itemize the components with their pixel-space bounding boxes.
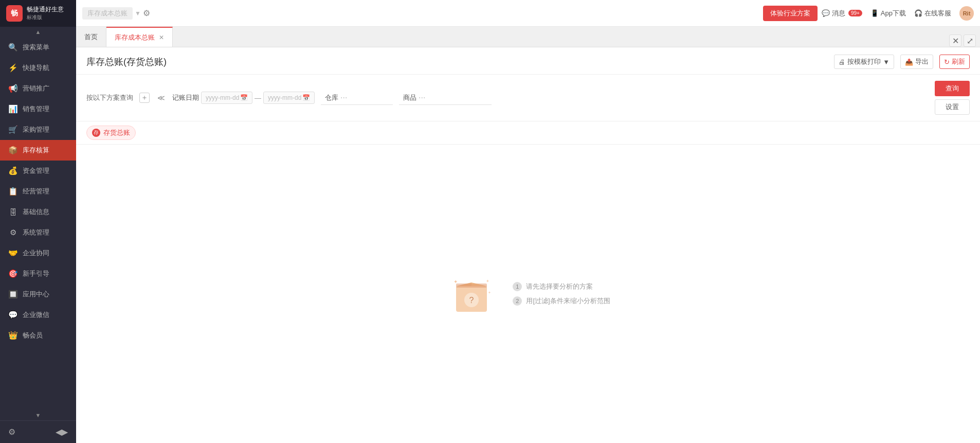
- basic-icon: 🗄: [8, 207, 17, 217]
- sidebar-item-label: 采购管理: [23, 125, 49, 134]
- panel-ctrl-btns: ✕ ⤢: [945, 34, 980, 47]
- message-icon: 💬: [822, 9, 830, 17]
- refresh-label: 刷新: [952, 57, 965, 66]
- empty-tip-1: 1 请先选择要分析的方案: [513, 282, 610, 291]
- support-label: 在线客服: [924, 9, 951, 18]
- avatar[interactable]: Rit: [959, 6, 974, 21]
- shortcut-icon: ⚡: [8, 63, 17, 73]
- filter-buttons: 查询 设置: [935, 81, 970, 115]
- query-btn[interactable]: 查询: [935, 81, 970, 96]
- sidebar-item-marketing[interactable]: 📢 营销推广: [0, 78, 76, 99]
- tab-inventory-label: 库存成本总账: [115, 33, 155, 42]
- sidebar-item-member[interactable]: 👑 畅会员: [0, 325, 76, 346]
- sidebar-item-shortcut[interactable]: ⚡ 快捷导航: [0, 58, 76, 78]
- sidebar-item-label: 企业微信: [23, 310, 49, 320]
- industry-btn[interactable]: 体验行业方案: [763, 6, 818, 21]
- sidebar-item-label: 新手引导: [23, 269, 49, 278]
- print-dropdown-icon: ▼: [883, 58, 890, 66]
- settings-gear-icon[interactable]: ⚙: [143, 8, 150, 18]
- sidebar-item-label: 系统管理: [23, 228, 49, 237]
- marketing-icon: 📢: [8, 84, 17, 93]
- date-to-input[interactable]: yyyy-mm-dd 📅: [263, 92, 315, 104]
- app-download-label: App下载: [881, 9, 906, 18]
- sidebar-item-business[interactable]: 📋 经营管理: [0, 181, 76, 202]
- sidebar-item-label: 经营管理: [23, 187, 49, 196]
- scheme-item[interactable]: 存 存货总账: [86, 126, 136, 140]
- sidebar-item-label: 快捷导航: [23, 63, 49, 73]
- tab-home[interactable]: 首页: [76, 27, 106, 47]
- sidebar-item-label: 应用中心: [23, 290, 49, 299]
- date-input-group: 记账日期 yyyy-mm-dd 📅 — yyyy-mm-dd 📅: [172, 92, 315, 104]
- settings-btn[interactable]: 设置: [935, 99, 970, 115]
- svg-text:?: ?: [469, 296, 474, 305]
- tip-num-1: 1: [513, 282, 522, 291]
- sidebar-scroll-down[interactable]: ▼: [0, 410, 76, 420]
- tip-text-1: 请先选择要分析的方案: [526, 282, 593, 291]
- filter-scheme-label: 按以下方案查询: [86, 93, 133, 102]
- topbar: 库存成本总账 ▼ ⚙ 体验行业方案 💬 消息 99+ 📱 App下载 🎧 在线客…: [76, 0, 980, 27]
- sidebar-item-guide[interactable]: 🎯 新手引导: [0, 263, 76, 284]
- filter-collapse-btn[interactable]: ≪: [156, 93, 166, 103]
- sidebar-item-cooperation[interactable]: 🤝 企业协同: [0, 243, 76, 263]
- scheme-icon-char: 存: [94, 129, 99, 136]
- business-icon: 📋: [8, 187, 17, 196]
- product-field[interactable]: 商品 ···: [399, 91, 492, 105]
- warehouse-label: 仓库: [325, 93, 338, 102]
- sidebar-item-search[interactable]: 🔍 搜索菜单: [0, 37, 76, 58]
- panel-expand-btn[interactable]: ⤢: [964, 34, 976, 47]
- cooperation-icon: 🤝: [8, 249, 17, 258]
- empty-tip-2: 2 用[过滤]条件来缩小分析范围: [513, 296, 610, 306]
- warehouse-more-icon[interactable]: ···: [340, 93, 347, 102]
- sidebar-footer: ⚙ ◀▶: [0, 420, 76, 443]
- sidebar-item-label: 搜索菜单: [23, 43, 49, 52]
- logo-brand: 畅捷通好生意: [27, 6, 64, 14]
- empty-tips: 1 请先选择要分析的方案 2 用[过滤]条件来缩小分析范围: [513, 282, 610, 306]
- app-icon: 📱: [870, 9, 879, 17]
- sales-icon: 📊: [8, 104, 17, 114]
- sidebar-item-system[interactable]: ⚙ 系统管理: [0, 222, 76, 243]
- filter-add-btn[interactable]: ＋: [139, 93, 150, 103]
- sidebar-nav: 🔍 搜索菜单 ⚡ 快捷导航 📢 营销推广 📊 销售管理 🛒 采购管理 📦 库存核…: [0, 37, 76, 410]
- wechat-icon: 💬: [8, 310, 17, 320]
- footer-settings-icon[interactable]: ⚙: [8, 427, 15, 437]
- sidebar-item-label: 营销推广: [23, 84, 49, 93]
- svg-text:✦: ✦: [488, 291, 491, 294]
- svg-rect-3: [456, 283, 487, 288]
- filter-area: 按以下方案查询 ＋ ≪ 记账日期 yyyy-mm-dd 📅 — yyyy-mm-…: [76, 75, 980, 121]
- date-from-input[interactable]: yyyy-mm-dd 📅: [201, 92, 252, 104]
- sidebar-item-inventory[interactable]: 📦 库存核算: [0, 140, 76, 161]
- sidebar-item-apps[interactable]: 🔲 应用中心: [0, 284, 76, 305]
- footer-toggle-icon[interactable]: ◀▶: [56, 427, 68, 437]
- sidebar-item-label: 基础信息: [23, 207, 49, 217]
- product-label: 商品: [403, 93, 416, 102]
- online-support-btn[interactable]: 🎧 在线客服: [914, 9, 951, 18]
- warehouse-field[interactable]: 仓库 ···: [321, 91, 393, 105]
- sidebar-item-purchase[interactable]: 🛒 采购管理: [0, 119, 76, 140]
- print-btn[interactable]: 🖨 按模板打印 ▼: [834, 55, 894, 69]
- product-more-icon[interactable]: ···: [419, 93, 425, 102]
- message-label: 消息: [832, 9, 845, 18]
- breadcrumb-chevron-icon: ▼: [135, 10, 141, 17]
- tab-inventory-ledger[interactable]: 库存成本总账 ✕: [106, 27, 173, 47]
- panel-close-btn[interactable]: ✕: [949, 34, 961, 47]
- sidebar-item-wechat[interactable]: 💬 企业微信: [0, 305, 76, 325]
- tab-home-label: 首页: [84, 32, 98, 42]
- tab-close-icon[interactable]: ✕: [159, 34, 164, 41]
- sidebar: 畅 畅捷通好生意 标准版 ▲ 🔍 搜索菜单 ⚡ 快捷导航 📢 营销推广 📊 销售…: [0, 0, 76, 443]
- sidebar-item-sales[interactable]: 📊 销售管理: [0, 99, 76, 119]
- refresh-btn[interactable]: ↻ 刷新: [939, 55, 970, 69]
- sidebar-item-finance[interactable]: 💰 资金管理: [0, 161, 76, 181]
- sidebar-scroll-up[interactable]: ▲: [0, 27, 76, 37]
- search-icon: 🔍: [8, 43, 17, 52]
- breadcrumb-text: 库存成本总账: [82, 7, 133, 20]
- inventory-icon: 📦: [8, 146, 17, 155]
- finance-icon: 💰: [8, 166, 17, 175]
- sidebar-item-label: 企业协同: [23, 249, 49, 258]
- export-btn[interactable]: 📤 导出: [900, 55, 933, 69]
- message-btn[interactable]: 💬 消息 99+: [822, 9, 862, 18]
- date-separator: —: [255, 94, 261, 102]
- guide-icon: 🎯: [8, 269, 17, 278]
- sidebar-logo: 畅 畅捷通好生意 标准版: [0, 0, 76, 27]
- app-download-btn[interactable]: 📱 App下载: [870, 9, 906, 18]
- sidebar-item-basic[interactable]: 🗄 基础信息: [0, 202, 76, 222]
